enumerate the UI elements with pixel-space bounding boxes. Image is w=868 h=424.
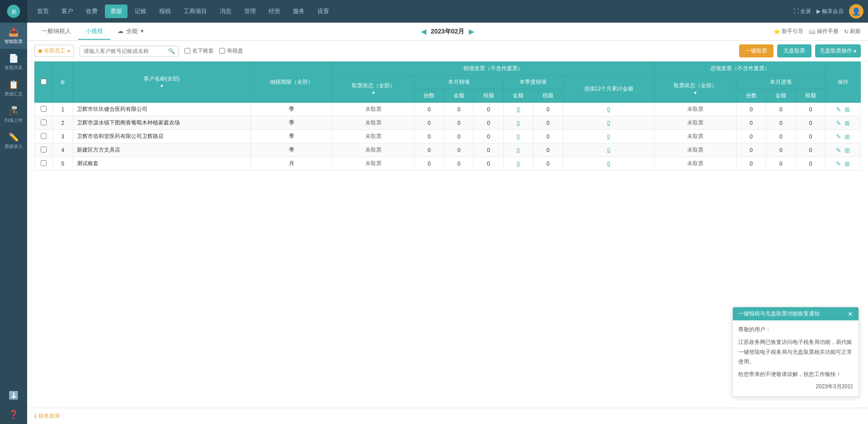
tab-general[interactable]: 一般纳税人	[34, 24, 78, 40]
row-purchase-month-tax: 0	[796, 157, 826, 171]
table-row: 3 卫辉市佰和堂医药有限公司卫辉路店 季 未取票 0 0 0 0 0 0 未取票…	[35, 130, 861, 143]
th-purchase-month-amount: 金额	[766, 89, 796, 103]
row-checkbox[interactable]	[35, 143, 53, 157]
sidebar-item-help[interactable]: ❓	[0, 405, 27, 424]
no-disk-ops-label: 无盘取票操作	[820, 47, 852, 55]
row-fetch-sales: 未取票	[332, 130, 414, 143]
fullscreen-btn[interactable]: ⛶ 全屏	[793, 8, 811, 15]
tab-bar: 一般纳税人 小规模 ☁ 全能 ▾ ◀ 2023年02月 ▶ ⭐ 新手引导 📖 操…	[27, 23, 868, 41]
notification-close-btn[interactable]: ✕	[848, 310, 853, 318]
nav-home[interactable]: 首页	[32, 5, 54, 18]
row-sales-month-tax: 0	[474, 130, 504, 143]
manual-btn[interactable]: 📖 操作手册	[809, 28, 839, 35]
nav-billing[interactable]: 收费	[80, 5, 103, 18]
th-sales-month-tax: 税额	[474, 89, 504, 103]
row-actions: ✎ ⊞	[826, 116, 861, 130]
tax-policy-link[interactable]: ℹ 税务政策	[34, 412, 60, 420]
sidebar-item-invoice-entry[interactable]: ✏️ 票据录入	[0, 128, 27, 154]
th-current-month-sales: 本月销项	[414, 76, 503, 89]
notification-body: 尊敬的用户： 江苏政务网已恢复访问电子税务局功能，易代账一键登陆电子税务局与无盘…	[733, 320, 859, 396]
th-fetch-status-purchase: 取票状态（全部） ▾	[655, 76, 736, 103]
tax-disk-checkbox[interactable]: 有税盘	[219, 47, 243, 55]
one-click-fetch-btn[interactable]: 一键取票	[739, 44, 774, 57]
row-customer: 卫辉市汲水镇下图阁香葡萄木种植家庭农场	[73, 116, 250, 130]
row-purchase-month-amount: 0	[766, 116, 796, 130]
name-account-checkbox-input[interactable]	[184, 48, 190, 54]
row-checkbox[interactable]	[35, 103, 53, 116]
nav-customer[interactable]: 客户	[56, 5, 79, 18]
nav-message[interactable]: 消息	[214, 5, 237, 18]
row-num: 4	[53, 143, 73, 157]
row-sales-quarter-amount: 0	[504, 130, 533, 143]
sidebar-item-invoice-summary[interactable]: 📋 票据汇总	[0, 75, 27, 101]
row-checkbox[interactable]	[35, 157, 53, 171]
search-input[interactable]	[84, 48, 166, 54]
view-icon[interactable]: ⊞	[844, 106, 850, 113]
nav-business[interactable]: 工商项目	[178, 5, 212, 18]
row-actions: ✎ ⊞	[826, 103, 861, 116]
tab-small-scale[interactable]: 小规模	[78, 24, 110, 40]
fullscreen-icon: ⛶	[793, 8, 799, 14]
sidebar-item-download[interactable]: ⬇️	[0, 386, 27, 405]
nav-service[interactable]: 服务	[288, 5, 310, 18]
tax-disk-checkbox-input[interactable]	[219, 48, 225, 54]
sidebar-item-smart-fetch[interactable]: 📥 智能取票	[0, 23, 27, 49]
customer-filter-icon[interactable]: ▾	[160, 83, 163, 89]
row-purchase-month-count: 0	[736, 130, 766, 143]
th-tax-period: 纳税期限（全部）	[250, 62, 332, 103]
no-disk-ops-btn[interactable]: 无盘取票操作 ▾	[815, 44, 861, 57]
row-sales-quarter-amount: 0	[504, 116, 533, 130]
view-icon[interactable]: ⊞	[844, 147, 850, 154]
tab-all[interactable]: ☁ 全能 ▾	[110, 24, 151, 40]
nav-manage[interactable]: 管理	[239, 5, 261, 18]
period-prev-btn[interactable]: ◀	[421, 27, 426, 36]
th-purchase-group: 进项发票（不含作废票）	[655, 62, 826, 76]
edit-icon[interactable]: ✎	[836, 160, 841, 167]
nav-settings[interactable]: 设置	[312, 5, 335, 18]
period-text: 2023年02月	[431, 28, 465, 36]
scan-upload-icon: 📠	[9, 106, 19, 116]
refresh-btn[interactable]: ↻ 刷新	[844, 28, 861, 35]
row-consecutive: 0	[563, 143, 655, 157]
nav-operation[interactable]: 经营	[263, 5, 286, 18]
edit-icon[interactable]: ✎	[836, 133, 841, 140]
employee-filter[interactable]: 全部员工 ▾	[34, 45, 74, 57]
select-all-checkbox[interactable]	[41, 79, 47, 85]
edit-icon[interactable]: ✎	[836, 147, 841, 154]
row-sales-month-count: 0	[414, 143, 444, 157]
period-next-btn[interactable]: ▶	[469, 27, 474, 36]
sidebar-item-issue-invoice[interactable]: 📄 发票开具	[0, 49, 27, 75]
edit-icon[interactable]: ✎	[836, 119, 841, 127]
new-guide-btn[interactable]: ⭐ 新手引导	[774, 28, 803, 35]
search-box[interactable]: 🔍	[80, 46, 179, 57]
row-checkbox[interactable]	[35, 130, 53, 143]
nav-tax[interactable]: 报税	[154, 5, 176, 18]
search-icon: 🔍	[168, 48, 175, 54]
row-sales-quarter-amount: 0	[504, 103, 533, 116]
member-btn[interactable]: ▶ 畅享会员	[816, 8, 844, 15]
th-settings: ⚙	[53, 62, 73, 103]
invoice-entry-icon: ✏️	[9, 132, 19, 142]
fetch-sales-filter-icon[interactable]: ▾	[372, 90, 375, 96]
filter-dot	[38, 49, 42, 53]
notification-greeting: 尊敬的用户：	[738, 325, 853, 335]
fetch-purchase-filter-icon[interactable]: ▾	[694, 90, 697, 96]
user-avatar-icon: 👤	[852, 7, 861, 16]
row-sales-month-amount: 0	[444, 143, 474, 157]
view-icon[interactable]: ⊞	[844, 133, 850, 140]
row-sales-quarter-tax: 0	[533, 157, 563, 171]
row-customer: 卫辉市玖玖健合医药有限公司	[73, 103, 250, 116]
row-purchase-month-count: 0	[736, 116, 766, 130]
edit-icon[interactable]: ✎	[836, 106, 841, 113]
row-checkbox[interactable]	[35, 116, 53, 130]
view-icon[interactable]: ⊞	[844, 160, 850, 167]
nav-invoice[interactable]: 票据	[105, 5, 127, 18]
name-account-checkbox[interactable]: 名下账套	[184, 47, 214, 55]
sidebar-item-issue-invoice-label: 发票开具	[5, 65, 23, 71]
sidebar-item-scan-upload[interactable]: 📠 扫描上传	[0, 101, 27, 128]
user-avatar[interactable]: 👤	[849, 4, 863, 19]
nav-bookkeeping[interactable]: 记账	[129, 5, 152, 18]
no-disk-fetch-btn[interactable]: 无盘取票	[777, 44, 811, 57]
th-purchase-month-count: 份数	[736, 89, 766, 103]
view-icon[interactable]: ⊞	[844, 119, 850, 127]
